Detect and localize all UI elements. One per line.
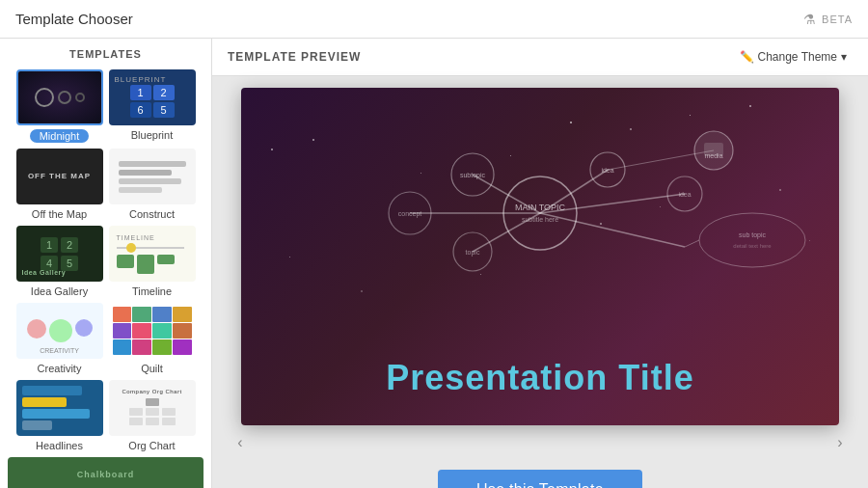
- content-area: TEMPLATE PREVIEW ✏️ Change Theme ▾: [212, 39, 868, 488]
- next-arrow-icon: ›: [837, 434, 842, 451]
- template-item-blueprint[interactable]: BLUEPRINT 1 2 6 5 Blueprint: [109, 69, 196, 143]
- prev-arrow-icon: ‹: [237, 434, 242, 451]
- template-item-chalkboard[interactable]: Chalkboard: [8, 457, 203, 488]
- app-title: Template Chooser: [15, 11, 133, 27]
- template-label-blueprint: Blueprint: [131, 129, 173, 141]
- template-item-creativity[interactable]: CREATIVITY Creativity: [16, 303, 103, 374]
- svg-text:idea: idea: [678, 191, 691, 198]
- template-item-offmap[interactable]: OFF THE MAP Off the Map: [16, 149, 103, 220]
- beta-label: BETA: [822, 14, 853, 25]
- preview-title: TEMPLATE PREVIEW: [228, 50, 361, 64]
- template-item-quilt[interactable]: Quilt: [109, 303, 196, 374]
- template-thumb-ideagallery[interactable]: 1 2 4 5 Idea Gallery: [16, 226, 103, 282]
- template-item-headlines[interactable]: Headlines: [16, 380, 103, 451]
- change-theme-label: Change Theme: [758, 50, 838, 64]
- slide-presentation-title: Presentation Title: [241, 358, 839, 398]
- svg-text:MAIN TOPIC: MAIN TOPIC: [515, 203, 566, 212]
- chevron-down-icon: ▾: [841, 50, 847, 64]
- svg-text:idea: idea: [601, 167, 613, 174]
- chalkboard-label: Chalkboard: [77, 470, 135, 479]
- preview-slide-container: MAIN TOPIC subtitle here subtopic idea m…: [212, 76, 868, 425]
- template-thumb-midnight[interactable]: [16, 69, 103, 125]
- template-label-creativity: Creativity: [38, 363, 82, 374]
- template-grid: Midnight BLUEPRINT 1 2 6 5 Blueprint: [0, 66, 211, 488]
- app-header: Template Chooser ⚗ BETA: [0, 0, 868, 39]
- prev-slide-button[interactable]: ‹: [226, 431, 255, 454]
- flask-icon: ⚗: [803, 12, 817, 27]
- template-item-midnight[interactable]: Midnight: [16, 69, 103, 143]
- main-layout: TEMPLATES Midnight BLUEPRINT: [0, 39, 868, 488]
- template-thumb-quilt[interactable]: [109, 303, 196, 359]
- template-item-construct[interactable]: Construct: [109, 149, 196, 220]
- template-label-orgchart: Org Chart: [128, 440, 175, 451]
- change-theme-button[interactable]: ✏️ Change Theme ▾: [734, 48, 854, 66]
- preview-header: TEMPLATE PREVIEW ✏️ Change Theme ▾: [212, 39, 868, 76]
- use-template-section: Use this Template: [438, 460, 642, 488]
- template-thumb-construct[interactable]: [109, 149, 196, 204]
- svg-line-22: [685, 240, 699, 247]
- template-label-construct: Construct: [129, 208, 175, 220]
- svg-text:detail text here: detail text here: [733, 243, 772, 249]
- template-thumb-headlines[interactable]: [16, 380, 103, 436]
- template-label-timeline: Timeline: [132, 285, 172, 297]
- preview-slide: MAIN TOPIC subtitle here subtopic idea m…: [241, 88, 839, 425]
- template-item-orgchart[interactable]: Company Org Chart Org Char: [109, 380, 196, 451]
- beta-indicator: ⚗ BETA: [803, 12, 853, 27]
- next-slide-button[interactable]: ›: [826, 431, 854, 454]
- svg-text:subtopic: subtopic: [460, 172, 486, 179]
- sidebar-section-label: TEMPLATES: [0, 39, 211, 66]
- svg-text:sub topic: sub topic: [739, 231, 767, 239]
- svg-text:media: media: [704, 152, 722, 159]
- mindmap-svg: MAIN TOPIC subtitle here subtopic idea m…: [241, 97, 839, 329]
- template-label-headlines: Headlines: [36, 440, 83, 451]
- svg-text:concept: concept: [398, 210, 422, 218]
- slide-navigation: ‹ ›: [226, 425, 854, 460]
- svg-text:topic: topic: [466, 249, 480, 257]
- template-label-midnight: Midnight: [30, 129, 90, 143]
- edit-icon: ✏️: [740, 50, 754, 64]
- template-thumb-offmap[interactable]: OFF THE MAP: [16, 149, 103, 204]
- template-thumb-creativity[interactable]: CREATIVITY: [16, 303, 103, 359]
- template-thumb-timeline[interactable]: TIMELINE: [109, 226, 196, 282]
- template-label-quilt: Quilt: [141, 363, 163, 374]
- template-item-timeline[interactable]: TIMELINE Timeline: [109, 226, 196, 297]
- template-label-offmap: Off the Map: [32, 208, 87, 220]
- template-label-ideagallery: Idea Gallery: [31, 285, 88, 297]
- template-thumb-orgchart[interactable]: Company Org Chart: [109, 380, 196, 436]
- template-item-ideagallery[interactable]: 1 2 4 5 Idea Gallery Idea Gallery: [16, 226, 103, 297]
- use-template-button[interactable]: Use this Template: [438, 470, 642, 488]
- svg-text:subtitle here: subtitle here: [522, 216, 558, 223]
- template-sidebar: TEMPLATES Midnight BLUEPRINT: [0, 39, 212, 488]
- template-thumb-blueprint[interactable]: BLUEPRINT 1 2 6 5: [109, 69, 196, 125]
- template-thumb-chalkboard[interactable]: Chalkboard: [8, 457, 203, 488]
- svg-point-19: [699, 213, 805, 267]
